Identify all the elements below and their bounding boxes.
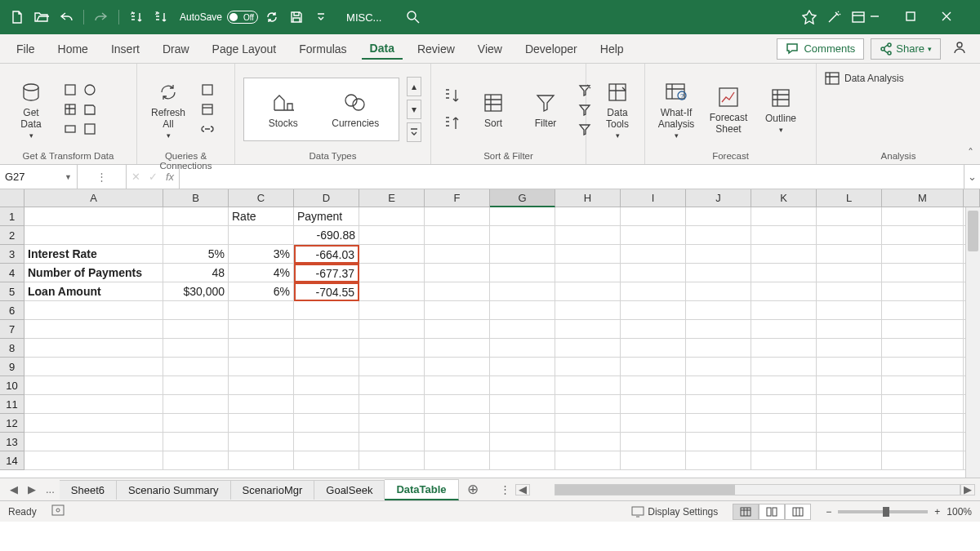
- outline-button[interactable]: Outline▾: [758, 82, 804, 137]
- cell-i10[interactable]: [621, 376, 686, 395]
- cell-b11[interactable]: [163, 395, 229, 414]
- cell-e5[interactable]: [359, 282, 425, 301]
- tab-view[interactable]: View: [470, 39, 510, 59]
- cell-d5[interactable]: -704.55: [294, 282, 359, 301]
- existing-conn-icon[interactable]: [61, 120, 79, 138]
- cell-e6[interactable]: [359, 301, 425, 320]
- cell-e2[interactable]: [359, 226, 425, 245]
- sort-asc-icon[interactable]: A: [126, 7, 147, 28]
- from-text-icon[interactable]: [61, 81, 79, 99]
- cell-l5[interactable]: [817, 282, 882, 301]
- cell-j11[interactable]: [686, 395, 751, 414]
- page-break-view-button[interactable]: [785, 504, 811, 520]
- cell-j1[interactable]: [686, 207, 751, 226]
- cell-d11[interactable]: [294, 395, 359, 414]
- cell-g1[interactable]: [490, 207, 555, 226]
- cell-j10[interactable]: [686, 376, 751, 395]
- close-button[interactable]: [941, 11, 973, 24]
- col-header-g[interactable]: G: [490, 189, 555, 207]
- cell-e11[interactable]: [359, 395, 425, 414]
- sheet-nav-prev-icon[interactable]: ◀: [5, 483, 23, 495]
- col-header-a[interactable]: A: [24, 189, 163, 207]
- cell-f13[interactable]: [425, 433, 490, 451]
- forecast-sheet-button[interactable]: Forecast Sheet: [706, 81, 751, 138]
- col-header-e[interactable]: E: [359, 189, 425, 207]
- row-header[interactable]: 2: [0, 226, 24, 245]
- sync-icon[interactable]: [261, 7, 283, 28]
- cell-a4[interactable]: Number of Payments: [24, 264, 163, 282]
- tab-help[interactable]: Help: [592, 39, 632, 59]
- vertical-scrollbar[interactable]: [965, 207, 980, 478]
- cell-h2[interactable]: [555, 226, 621, 245]
- cell-a9[interactable]: [24, 358, 163, 376]
- cell-d4[interactable]: -677.37: [294, 264, 359, 282]
- cell-b12[interactable]: [163, 414, 229, 433]
- cell-d2[interactable]: -690.88: [294, 226, 359, 245]
- cell-a12[interactable]: [24, 414, 163, 433]
- cell-b13[interactable]: [163, 433, 229, 451]
- properties-icon[interactable]: [198, 100, 216, 118]
- cell-k6[interactable]: [751, 301, 817, 320]
- qat-dropdown-icon[interactable]: [310, 7, 332, 28]
- cell-j12[interactable]: [686, 414, 751, 433]
- cell-h1[interactable]: [555, 207, 621, 226]
- cell-i13[interactable]: [621, 433, 686, 451]
- sort-button[interactable]: Sort: [470, 87, 516, 132]
- cell-d6[interactable]: [294, 301, 359, 320]
- cell-c6[interactable]: [229, 301, 294, 320]
- name-box[interactable]: G27▼: [0, 165, 78, 189]
- cell-k11[interactable]: [751, 395, 817, 414]
- col-header-i[interactable]: I: [621, 189, 686, 207]
- cell-d13[interactable]: [294, 433, 359, 451]
- row-header[interactable]: 11: [0, 395, 24, 414]
- data-analysis-button[interactable]: Data Analysis: [825, 72, 904, 85]
- filter-button[interactable]: Filter: [523, 87, 568, 132]
- zoom-out-button[interactable]: −: [826, 506, 831, 518]
- cell-f2[interactable]: [425, 226, 490, 245]
- cell-m5[interactable]: [882, 282, 964, 301]
- cell-i9[interactable]: [621, 358, 686, 376]
- cell-k1[interactable]: [751, 207, 817, 226]
- cell-i7[interactable]: [621, 320, 686, 339]
- cell-h12[interactable]: [555, 414, 621, 433]
- cell-b2[interactable]: [163, 226, 229, 245]
- cell-f7[interactable]: [425, 320, 490, 339]
- expand-formula-bar-icon[interactable]: ⌄: [964, 165, 980, 189]
- cell-i6[interactable]: [621, 301, 686, 320]
- autosave-toggle[interactable]: AutoSave Off: [180, 11, 258, 24]
- cell-j13[interactable]: [686, 433, 751, 451]
- cell-b3[interactable]: 5%: [163, 245, 229, 264]
- cell-g2[interactable]: [490, 226, 555, 245]
- cell-k7[interactable]: [751, 320, 817, 339]
- cell-e8[interactable]: [359, 339, 425, 358]
- cell-l6[interactable]: [817, 301, 882, 320]
- cell-a7[interactable]: [24, 320, 163, 339]
- cell-k14[interactable]: [751, 451, 817, 470]
- cell-m11[interactable]: [882, 395, 964, 414]
- edit-links-icon[interactable]: [198, 120, 216, 138]
- cell-b1[interactable]: [163, 207, 229, 226]
- cell-d12[interactable]: [294, 414, 359, 433]
- cell-c14[interactable]: [229, 451, 294, 470]
- cell-j6[interactable]: [686, 301, 751, 320]
- cell-a14[interactable]: [24, 451, 163, 470]
- cell-i8[interactable]: [621, 339, 686, 358]
- comments-button[interactable]: Comments: [777, 38, 864, 60]
- cell-options-icon[interactable]: ⋮: [78, 165, 127, 189]
- new-sheet-button[interactable]: ⊕: [459, 481, 487, 498]
- minimize-button[interactable]: [869, 11, 902, 24]
- cell-m4[interactable]: [882, 264, 964, 282]
- tab-insert[interactable]: Insert: [103, 39, 148, 59]
- cell-b4[interactable]: 48: [163, 264, 229, 282]
- cell-l2[interactable]: [817, 226, 882, 245]
- cell-h4[interactable]: [555, 264, 621, 282]
- sheet-nav-next-icon[interactable]: ▶: [23, 483, 41, 495]
- cell-g12[interactable]: [490, 414, 555, 433]
- cell-k10[interactable]: [751, 376, 817, 395]
- cell-f1[interactable]: [425, 207, 490, 226]
- cell-d7[interactable]: [294, 320, 359, 339]
- cell-e7[interactable]: [359, 320, 425, 339]
- cell-c10[interactable]: [229, 376, 294, 395]
- sheet-tab[interactable]: GoalSeek: [314, 480, 385, 500]
- cell-i3[interactable]: [621, 245, 686, 264]
